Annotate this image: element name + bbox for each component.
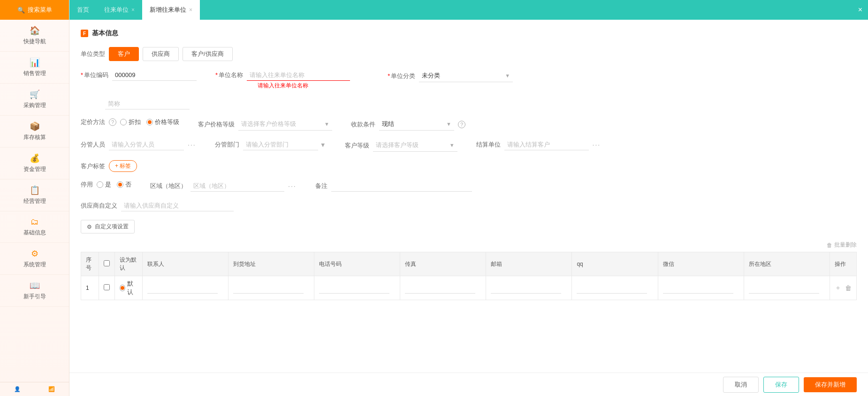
- payment-terms-value: 现结: [382, 120, 394, 128]
- radio-no-inner: [118, 183, 122, 186]
- sidebar-item-system[interactable]: ⚙ 系统管理: [0, 243, 69, 275]
- th-phone: 电话号码: [314, 252, 400, 276]
- tab-new-contact-close[interactable]: ×: [189, 7, 192, 13]
- radio-price-level[interactable]: 价格等级: [146, 118, 179, 126]
- add-tag-button[interactable]: + 标签: [109, 160, 137, 172]
- row-delete-icon[interactable]: 🗑: [845, 284, 852, 292]
- row-contact-input[interactable]: [147, 282, 218, 294]
- radio-discount-outer: [120, 119, 127, 125]
- row-phone-input[interactable]: [319, 282, 389, 294]
- customer-price-level-placeholder: 请选择客户价格等级: [241, 120, 296, 128]
- row-add-icon[interactable]: ＋: [835, 284, 841, 292]
- short-name-field: [105, 98, 190, 109]
- check-all[interactable]: [104, 260, 110, 266]
- row-default-radio-outer: [120, 285, 125, 291]
- row-wechat-input[interactable]: [663, 282, 733, 294]
- unit-name-input[interactable]: [247, 70, 350, 81]
- row-fax-input[interactable]: [405, 282, 475, 294]
- unit-name-field: *单位名称: [215, 70, 350, 81]
- btn-supplier[interactable]: 供应商: [143, 47, 179, 61]
- unit-name-label: *单位名称: [215, 71, 243, 79]
- unit-code-input[interactable]: [112, 70, 197, 81]
- pricing-help-icon[interactable]: ?: [109, 118, 116, 126]
- base-info-icon: 🗂: [30, 217, 39, 227]
- customer-price-level-select[interactable]: 请选择客户价格等级 ▼: [238, 118, 332, 131]
- sidebar-search[interactable]: 🔍 搜索菜单: [0, 0, 69, 20]
- sidebar-item-sales[interactable]: 📊 销售管理: [0, 52, 69, 84]
- supplier-custom-row: 供应商自定义: [81, 200, 857, 211]
- sidebar-signal[interactable]: 📶: [35, 382, 69, 396]
- department-label: 分管部门: [215, 140, 239, 149]
- radio-price-level-label: 价格等级: [155, 118, 179, 126]
- radio-no-label: 否: [125, 180, 131, 189]
- manager-input[interactable]: [109, 139, 184, 150]
- manager-field: 分管人员 ···: [81, 139, 196, 150]
- unit-category-select[interactable]: 未分类 ▼: [419, 70, 513, 82]
- sidebar-user[interactable]: 👤: [0, 382, 35, 396]
- sidebar-search-label: 搜索菜单: [28, 6, 52, 14]
- department-input[interactable]: [243, 139, 318, 150]
- tab-new-contact[interactable]: 新增往来单位 ×: [142, 0, 200, 20]
- short-name-input[interactable]: [105, 98, 190, 109]
- custom-settings-button[interactable]: ⚙ 自定义项设置: [81, 220, 135, 233]
- customer-level-select[interactable]: 请选择客户等级 ▼: [373, 139, 457, 152]
- manager-dots[interactable]: ···: [188, 141, 196, 148]
- customer-level-label: 客户等级: [345, 141, 369, 150]
- th-check: [99, 252, 114, 276]
- unit-category-label: *单位分类: [388, 72, 415, 80]
- sidebar-item-base-info[interactable]: 🗂 基础信息: [0, 211, 69, 243]
- settlement-unit-input[interactable]: [504, 139, 589, 150]
- row-qq-input[interactable]: [577, 282, 647, 294]
- tabs-close-all[interactable]: ×: [858, 6, 862, 14]
- td-contact: [142, 276, 228, 300]
- cancel-button[interactable]: 取消: [723, 377, 759, 393]
- batch-delete-label[interactable]: 批量删除: [834, 241, 857, 249]
- purchase-icon: 🛒: [30, 89, 40, 100]
- custom-settings-icon: ⚙: [87, 224, 92, 230]
- tab-home[interactable]: 首页: [69, 0, 97, 20]
- radio-yes-label: 是: [105, 180, 111, 189]
- btn-customer[interactable]: 客户: [109, 47, 139, 61]
- tab-contacts[interactable]: 往来单位 ×: [97, 0, 142, 20]
- unit-name-error: 请输入往来单位名称: [258, 82, 369, 90]
- region-dots[interactable]: ···: [288, 182, 297, 190]
- sidebar-item-finance[interactable]: 💰 资金管理: [0, 148, 69, 179]
- radio-no[interactable]: 否: [117, 180, 131, 189]
- settlement-unit-dots[interactable]: ···: [593, 141, 601, 148]
- radio-discount[interactable]: 折扣: [120, 118, 141, 126]
- sidebar-item-guide[interactable]: 📖 新手引导: [0, 275, 69, 307]
- unit-name-col: *单位名称 请输入往来单位名称: [215, 70, 369, 90]
- row-checkbox[interactable]: [104, 284, 110, 290]
- sidebar-label-inventory: 库存核算: [23, 133, 46, 141]
- tab-new-contact-label: 新增往来单位: [150, 6, 186, 14]
- row-region-input[interactable]: [749, 282, 819, 294]
- th-wechat: 微信: [658, 252, 744, 276]
- sidebar-item-operations[interactable]: 📋 经营管理: [0, 179, 69, 211]
- region-input[interactable]: [190, 180, 284, 192]
- supplier-custom-input[interactable]: [121, 200, 234, 211]
- customer-price-level-chevron: ▼: [324, 121, 329, 127]
- row-default-radio[interactable]: 默认: [120, 280, 137, 296]
- btn-both[interactable]: 客户/供应商: [183, 47, 233, 61]
- th-default: 设为默认: [114, 252, 142, 276]
- payment-terms-help[interactable]: ?: [458, 121, 465, 128]
- save-button[interactable]: 保存: [763, 377, 799, 393]
- tab-contacts-close[interactable]: ×: [131, 7, 135, 13]
- save-new-button[interactable]: 保存并新增: [804, 377, 857, 392]
- payment-terms-select[interactable]: 现结 ▼: [379, 118, 454, 131]
- customer-tag-field: 客户标签 + 标签: [81, 160, 137, 172]
- td-check: [99, 276, 114, 300]
- td-phone: [314, 276, 400, 300]
- sidebar-item-purchase[interactable]: 🛒 采购管理: [0, 84, 69, 116]
- sidebar-item-inventory[interactable]: 📦 库存核算: [0, 116, 69, 148]
- radio-yes[interactable]: 是: [97, 180, 111, 189]
- main-area: 首页 往来单位 × 新增往来单位 × × F 基本信息 单位类型 客户 供应商 …: [69, 0, 868, 396]
- code-name-row: *单位编码 *单位名称 请输入往来单位名称 *单位分类 未分类 ▼: [81, 70, 857, 90]
- search-icon: 🔍: [17, 7, 25, 14]
- row-email-input[interactable]: [491, 282, 561, 294]
- tab-contacts-label: 往来单位: [104, 6, 129, 14]
- sidebar-item-quick-nav[interactable]: 🏠 快捷导航: [0, 20, 69, 52]
- row-address-input[interactable]: [233, 282, 304, 294]
- th-qq: qq: [572, 252, 658, 276]
- remark-input[interactable]: [331, 180, 472, 192]
